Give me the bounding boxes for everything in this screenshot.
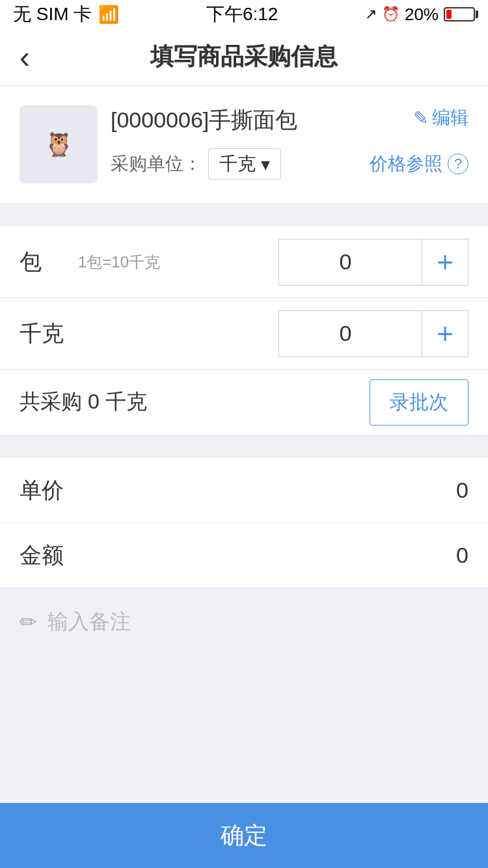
status-time: 下午6:12	[206, 2, 278, 27]
price-ref-button[interactable]: 价格参照 ?	[370, 152, 468, 176]
summary-row: 共采购 0 千克 录批次	[0, 370, 488, 435]
kg-input-row: 千克 +	[0, 298, 488, 370]
amount-row: 金额 0	[0, 523, 488, 588]
nav-bar: ‹ 填写商品采购信息	[0, 29, 488, 86]
price-section: 单价 0 金额 0	[0, 458, 488, 588]
bao-plus-button[interactable]: +	[422, 239, 468, 286]
status-right: ↗ ⏰ 20%	[365, 5, 475, 25]
quantity-section: 包 1包=10千克 + 千克 +	[0, 226, 488, 370]
unit-label: 采购单位：	[111, 152, 202, 176]
amount-value: 0	[456, 543, 468, 568]
product-name: [0000006]手撕面包	[111, 105, 297, 135]
help-icon: ?	[448, 154, 468, 174]
amount-label: 金额	[20, 541, 64, 571]
unit-price-label: 单价	[20, 476, 64, 506]
confirm-button[interactable]: 确定	[0, 803, 488, 868]
pencil-icon: ✏	[20, 610, 37, 634]
edit-label: 编辑	[432, 105, 468, 130]
bao-input-control: +	[278, 239, 468, 286]
unit-dropdown[interactable]: 千克 ▾	[208, 148, 281, 180]
product-image: 🦉	[20, 105, 98, 183]
remark-placeholder: 输入备注	[47, 608, 131, 636]
price-ref-label: 价格参照	[370, 152, 442, 176]
bao-sub-label: 1包=10千克	[78, 252, 278, 273]
unit-value: 千克	[219, 152, 256, 176]
page-title: 填写商品采购信息	[150, 41, 338, 73]
edit-icon: ✎	[413, 107, 428, 129]
kg-label: 千克	[20, 319, 72, 349]
product-card: 🦉 [0000006]手撕面包 ✎ 编辑 采购单位： 千克 ▾ 价格参照 ?	[0, 86, 488, 203]
alarm-icon: ⏰	[382, 6, 400, 23]
kg-quantity-input[interactable]	[278, 310, 422, 357]
kg-input-control: +	[278, 310, 468, 357]
unit-price-row: 单价 0	[0, 458, 488, 523]
edit-button[interactable]: ✎ 编辑	[413, 105, 468, 130]
battery-percent: 20%	[405, 5, 439, 25]
product-unit-row: 采购单位： 千克 ▾ 价格参照 ?	[111, 148, 468, 180]
product-logo: 🦉	[44, 131, 74, 158]
remark-section[interactable]: ✏ 输入备注	[0, 588, 488, 656]
bao-quantity-input[interactable]	[278, 239, 422, 286]
product-info: [0000006]手撕面包 ✎ 编辑 采购单位： 千克 ▾ 价格参照 ?	[111, 105, 468, 180]
product-header: [0000006]手撕面包 ✎ 编辑	[111, 105, 468, 135]
sim-status: 无 SIM 卡	[13, 2, 92, 27]
bao-label: 包	[20, 247, 72, 277]
back-button[interactable]: ‹	[20, 42, 30, 73]
summary-text: 共采购 0 千克	[20, 388, 147, 416]
battery-icon	[444, 7, 475, 21]
location-icon: ↗	[365, 6, 377, 23]
unit-price-value: 0	[456, 478, 468, 503]
unit-selector-group: 采购单位： 千克 ▾	[111, 148, 281, 180]
section-divider-1	[0, 215, 488, 226]
status-bar: 无 SIM 卡 📶 下午6:12 ↗ ⏰ 20%	[0, 0, 488, 29]
confirm-label: 确定	[221, 820, 267, 852]
dropdown-arrow-icon: ▾	[261, 154, 270, 175]
kg-plus-button[interactable]: +	[422, 310, 468, 357]
batch-button[interactable]: 录批次	[370, 379, 468, 426]
bao-input-row: 包 1包=10千克 +	[0, 226, 488, 298]
wifi-icon: 📶	[98, 5, 119, 25]
status-left: 无 SIM 卡 📶	[13, 2, 119, 27]
section-divider-2	[0, 435, 488, 446]
